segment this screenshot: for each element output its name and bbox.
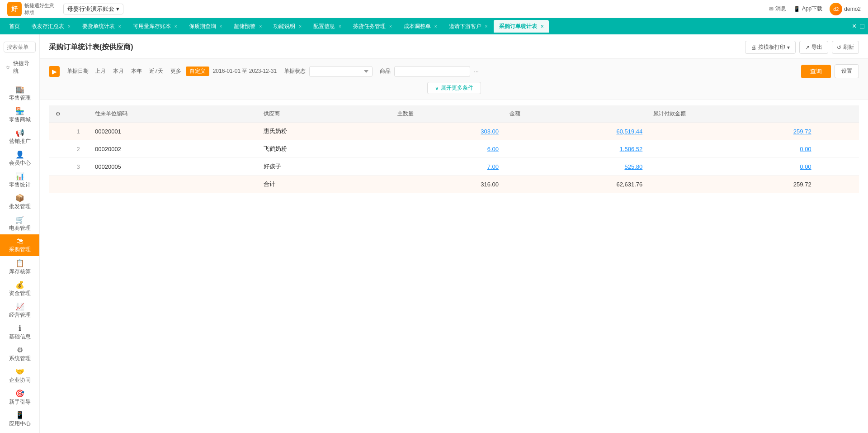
footer-qty: 316.00 [392, 176, 504, 193]
sidebar-item-yingxiao[interactable]: 📢 营销推广 [0, 126, 39, 148]
expand-more-btn[interactable]: ∨ 展开更多条件 [427, 82, 481, 94]
sidebar-item-jichu[interactable]: ℹ 基础信息 [0, 321, 39, 343]
message-btn[interactable]: ✉ 消息 [769, 5, 786, 13]
row-code: 00020005 [90, 158, 258, 176]
refresh-btn[interactable]: ↺ 刷新 [832, 41, 859, 54]
sidebar-item-lingshouguan[interactable]: 🏬 零售管理 [0, 82, 39, 104]
settings-btn[interactable]: 设置 [835, 64, 859, 78]
tab-close-icon[interactable]: × [220, 24, 222, 29]
tab-close-icon[interactable]: × [68, 24, 71, 29]
top-bar-right: ✉ 消息 📱 App下载 d2 demo2 [769, 3, 861, 15]
filter-toggle-btn[interactable]: ▶ [49, 66, 60, 77]
user-avatar[interactable]: d2 demo2 [830, 3, 861, 15]
phone-icon: 📱 [793, 6, 800, 12]
account-selector[interactable]: 母婴行业演示账套 ▾ [63, 4, 123, 14]
sidebar-item-quick-nav[interactable]: ☆ 快捷导航 [0, 56, 39, 79]
goods-label: 商品 [380, 67, 391, 75]
goods-more-icon[interactable]: ··· [474, 68, 479, 75]
sidebar-item-dianguan[interactable]: 🛒 电商管理 [0, 213, 39, 234]
row-gear [49, 140, 67, 158]
sidebar-item-qiyewx[interactable]: 💬 企业微信 [0, 430, 39, 433]
close-all-tabs-btn[interactable]: × [852, 22, 856, 30]
sidebar-item-lingshoutj[interactable]: 📊 零售统计 [0, 169, 39, 191]
tab-close-icon[interactable]: × [175, 24, 177, 29]
expand-tab-btn[interactable]: □ [860, 22, 864, 30]
footer-gear [49, 176, 67, 193]
chart-icon: 📊 [15, 172, 24, 181]
table-area: ⚙ 往来单位编码 供应商 主数量 金额 累计付款金额 1 [40, 100, 868, 198]
status-select[interactable] [309, 66, 373, 77]
top-bar: 好 畅捷通好生意 标版 母婴行业演示账套 ▾ ✉ 消息 📱 App下载 d2 d… [0, 0, 868, 18]
sidebar-search-area [0, 38, 39, 56]
tab-baozhouqi[interactable]: 保质期查询 × [184, 20, 228, 33]
tab-chengben[interactable]: 成本调整单 × [398, 20, 443, 33]
promo-icon: 📢 [15, 128, 24, 137]
sidebar-item-jingying[interactable]: 📈 经营管理 [0, 300, 39, 321]
tab-yaohuodanju[interactable]: 要货单统计表 × [77, 20, 127, 33]
date-quick-btns: 上月 本月 本年 近7天 更多 自定义 [92, 67, 209, 76]
search-input[interactable] [4, 42, 36, 52]
tab-peizhi[interactable]: 配置信息 × [308, 20, 347, 33]
query-btn[interactable]: 查询 [801, 65, 831, 78]
table-footer-row: 合计 316.00 62,631.76 259.72 [49, 176, 859, 193]
filter-area: ▶ 单据日期 上月 本月 本年 近7天 更多 自定义 2016-01-01 至 … [40, 59, 868, 100]
sidebar-item-huiyuan[interactable]: 👤 会员中心 [0, 148, 39, 169]
date-custom-btn[interactable]: 自定义 [186, 67, 209, 76]
row-paid: 0.00 [648, 158, 816, 176]
col-qty: 主数量 [392, 105, 504, 123]
row-supplier: 惠氏奶粉 [258, 123, 392, 140]
date-btn-thisyear[interactable]: 本年 [128, 67, 145, 76]
goods-input[interactable] [394, 66, 470, 77]
tab-close-icon[interactable]: × [434, 24, 437, 29]
sidebar-item-lingshous[interactable]: 🏪 零售商城 [0, 104, 39, 126]
page-header: 采购订单统计表(按供应商) 🖨 按模板打印 ▾ ↗ 导出 ↺ 刷新 [40, 34, 868, 59]
export-btn[interactable]: ↗ 导出 [799, 41, 828, 54]
gear-icon[interactable]: ⚙ [56, 111, 61, 117]
date-btn-lastmonth[interactable]: 上月 [92, 67, 108, 76]
col-gear: ⚙ [49, 105, 67, 123]
finance-icon: 💰 [15, 281, 24, 289]
sidebar-item-xinshou[interactable]: 🎯 新手引导 [0, 386, 39, 408]
tab-close-active-icon[interactable]: × [541, 24, 543, 29]
tab-tuohuo[interactable]: 拣货任务管理 × [348, 20, 397, 33]
tab-chaochuyujing[interactable]: 超储预警 × [228, 20, 267, 33]
date-btn-thismonth[interactable]: 本月 [110, 67, 127, 76]
tab-close-icon[interactable]: × [299, 24, 302, 29]
sidebar-item-kucunhe[interactable]: 📋 库存核算 [0, 256, 39, 278]
tab-yaoqing[interactable]: 邀请下游客户 × [443, 20, 493, 33]
sidebar-item-yingyong[interactable]: 📱 应用中心 [0, 408, 39, 430]
table-row: 1 00020001 惠氏奶粉 303.00 60,519.44 259.72 [49, 123, 859, 140]
tab-close-icon[interactable]: × [485, 24, 488, 29]
row-qty: 6.00 [392, 140, 504, 158]
filter-row: ▶ 单据日期 上月 本月 本年 近7天 更多 自定义 2016-01-01 至 … [49, 64, 859, 78]
tab-close-icon[interactable]: × [259, 24, 262, 29]
tab-close-icon[interactable]: × [118, 24, 121, 29]
tab-caigou[interactable]: 采购订单统计表 × [494, 20, 549, 33]
tab-home[interactable]: 首页 [4, 20, 25, 33]
tab-keyongliang[interactable]: 可用量库存账本 × [127, 20, 183, 33]
print-btn[interactable]: 🖨 按模板打印 ▾ [745, 41, 796, 54]
sidebar-item-qiyexietong[interactable]: 🤝 企业协同 [0, 365, 39, 386]
tab-shoufacun[interactable]: 收发存汇总表 × [26, 20, 76, 33]
refresh-icon: ↺ [837, 44, 841, 51]
logo-icon: 好 [7, 2, 22, 16]
sidebar-item-zijin[interactable]: 💰 资金管理 [0, 278, 39, 300]
retail-icon: 🏬 [15, 85, 24, 94]
date-btn-more[interactable]: 更多 [168, 67, 184, 76]
row-code: 00020001 [90, 123, 258, 140]
row-paid: 0.00 [648, 140, 816, 158]
main-layout: ☆ 快捷导航 🏬 零售管理 🏪 零售商城 📢 营销推广 👤 会员中心 📊 零售统… [0, 34, 868, 433]
row-amount: 525.80 [504, 158, 648, 176]
tab-close-icon[interactable]: × [339, 24, 341, 29]
tab-close-icon[interactable]: × [389, 24, 392, 29]
date-btn-7days[interactable]: 近7天 [146, 67, 166, 76]
main-content: 采购订单统计表(按供应商) 🖨 按模板打印 ▾ ↗ 导出 ↺ 刷新 [40, 34, 868, 433]
sidebar-item-pifaguanl[interactable]: 📦 批发管理 [0, 191, 39, 213]
app-download-btn[interactable]: 📱 App下载 [793, 5, 822, 13]
tab-gongnengshuo[interactable]: 功能说明 × [268, 20, 307, 33]
logo-text: 畅捷通好生意 标版 [24, 2, 54, 15]
sidebar-item-xitong[interactable]: ⚙ 系统管理 [0, 343, 39, 365]
row-extra [817, 158, 859, 176]
system-icon: ⚙ [17, 346, 23, 354]
sidebar-item-caigou[interactable]: 🛍 采购管理 [0, 234, 39, 256]
